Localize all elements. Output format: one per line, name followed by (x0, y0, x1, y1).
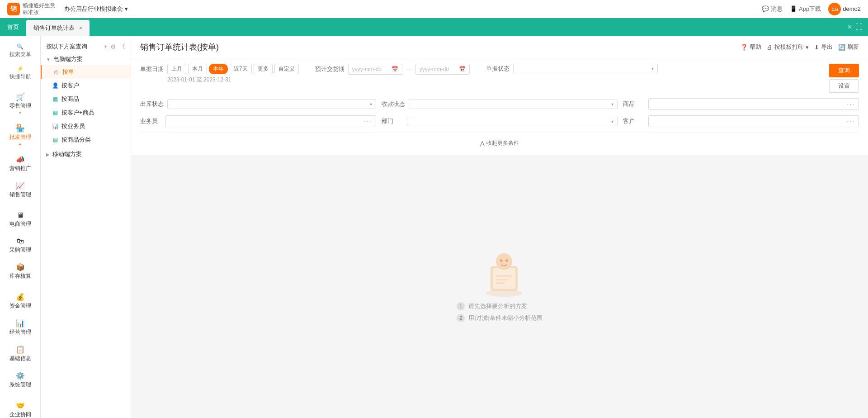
refresh-button[interactable]: 🔄 刷新 (838, 43, 859, 51)
empty-hints: 1 请先选择要分析的方案 2 用[过滤]条件来缩小分析范围 (457, 302, 542, 326)
goods-select[interactable]: ··· (648, 98, 859, 110)
tab-fullscreen-icon[interactable]: ⛶ (855, 23, 863, 31)
salesperson-select[interactable]: ··· (165, 115, 376, 127)
customer-more-icon[interactable]: ··· (847, 118, 855, 125)
template-print-button[interactable]: 🖨 按模板打印 ▾ (767, 43, 809, 51)
sidebar-quicknav-button[interactable]: ⚡ 快捷导航 (0, 62, 40, 84)
panel-item-by-order[interactable]: ◎ 按单 (41, 65, 131, 79)
print-dropdown-icon: ▾ (806, 44, 809, 51)
department-label: 部门 (382, 117, 403, 125)
message-button[interactable]: 💬 消息 (762, 5, 783, 13)
inventory-icon: 📦 (16, 263, 25, 271)
sidebar-search-button[interactable]: 🔍 搜索菜单 (0, 40, 40, 62)
by-order-icon: ◎ (52, 68, 60, 76)
expected-date-end[interactable]: yyyy-mm-dd 📅 (415, 64, 470, 75)
goods-more-icon[interactable]: ··· (847, 100, 855, 108)
sidebar-item-collab[interactable]: 🤝 企业协同 (0, 397, 40, 418)
sidebar-item-purchase[interactable]: 🛍 采购管理 (0, 233, 40, 258)
expected-date-start[interactable]: yyyy-mm-dd 📅 (348, 64, 402, 75)
department-arrow-icon: ▾ (611, 119, 613, 124)
filter-area: 单据日期 上月 本月 本年 近7天 更多 自定义 2023-01-01 至 20… (131, 58, 868, 155)
sidebar-item-inventory[interactable]: 📦 库存核算 (0, 258, 40, 285)
out-status-select[interactable]: ▾ (167, 100, 376, 109)
section-pc-label: 电脑端方案 (53, 55, 83, 63)
panel-collapse-button[interactable]: 《 (119, 43, 125, 51)
sidebar-item-system[interactable]: ⚙️ 系统管理 (0, 367, 40, 393)
refresh-icon: 🔄 (838, 44, 845, 51)
sidebar-item-basic[interactable]: 📋 基础信息 (0, 341, 40, 367)
salesperson-label: 业务员 (140, 117, 162, 125)
tab-sales-order-stat[interactable]: 销售订单统计表 × (26, 20, 90, 36)
help-button[interactable]: ❓ 帮助 (741, 43, 761, 51)
by-category-icon: ▤ (52, 136, 59, 143)
calendar-start-icon: 📅 (392, 66, 398, 72)
sidebar-item-retail[interactable]: 🛒 零售管理 (0, 88, 40, 119)
svg-rect-8 (496, 282, 505, 284)
sidebar-item-sales[interactable]: 📈 销售管理 (0, 177, 40, 203)
home-tab-label: 首页 (7, 23, 19, 31)
shortcut-this-month[interactable]: 本月 (188, 64, 207, 74)
nav-icon: ⚡ (17, 66, 24, 72)
shortcut-last-7-days[interactable]: 近7天 (230, 64, 252, 74)
goods-item: 商品 ··· (623, 98, 859, 110)
expected-date-label: 预计交货期 (315, 65, 344, 73)
panel-item-by-customer-goods[interactable]: ▦ 按客户+商品 (41, 106, 131, 119)
panel-settings-icon[interactable]: ⚙ (110, 43, 116, 50)
shortcut-this-year[interactable]: 本年 (209, 64, 228, 74)
hint-num-1: 1 (457, 302, 465, 310)
shortcut-last-month[interactable]: 上月 (167, 64, 186, 74)
content-area: 销售订单统计表(按单) ❓ 帮助 🖨 按模板打印 ▾ ⬇ 导出 🔄 刷新 (131, 36, 868, 418)
panel-section-pc-header[interactable]: ▼ 电脑端方案 (41, 53, 131, 65)
out-status-item: 出库状态 ▾ (140, 100, 376, 109)
logo-area: 销 畅捷通好生意 标准版 (7, 2, 55, 15)
sidebar-top: 🔍 搜索菜单 ⚡ 快捷导航 (0, 36, 40, 88)
tab-close-all-icon[interactable]: × (848, 23, 852, 31)
export-icon: ⬇ (814, 44, 819, 51)
download-icon: 📱 (790, 5, 797, 12)
sidebar-item-marketing[interactable]: 📣 营销推广 (0, 151, 40, 177)
mobile-section-arrow-icon: ▶ (46, 152, 50, 157)
tab-close-icon[interactable]: × (79, 25, 82, 31)
collapse-more-button[interactable]: ⋀ 收起更多条件 (471, 137, 528, 150)
salesperson-more-icon[interactable]: ··· (364, 118, 372, 125)
panel-item-by-goods[interactable]: ▦ 按商品 (41, 92, 131, 106)
svg-point-5 (506, 259, 508, 261)
shortcut-custom[interactable]: 自定义 (274, 64, 299, 74)
section-expand-icon: ▼ (46, 57, 51, 62)
section-mobile-label: 移动端方案 (52, 150, 82, 158)
logo-icon: 销 (7, 3, 20, 15)
query-button[interactable]: 查询 (829, 64, 859, 77)
customer-select[interactable]: ··· (648, 115, 859, 127)
export-button[interactable]: ⬇ 导出 (814, 43, 833, 51)
date-start-placeholder: yyyy-mm-dd (352, 66, 382, 72)
panel-section-mobile-header[interactable]: ▶ 移动端方案 (41, 148, 131, 160)
panel-item-by-salesperson[interactable]: 📊 按业务员 (41, 119, 131, 133)
breadcrumb-arrow-icon: ▾ (125, 5, 128, 12)
date-separator: — (406, 66, 412, 73)
payment-status-select[interactable]: ▾ (409, 100, 618, 109)
status-select[interactable]: ▾ (513, 64, 658, 73)
purchase-icon: 🛍 (17, 237, 24, 245)
panel-header-actions: + ⚙ 《 (104, 43, 125, 51)
app-download-button[interactable]: 📱 App下载 (790, 5, 821, 13)
panel-section-mobile: ▶ 移动端方案 (41, 148, 131, 160)
date-label: 单据日期 (140, 65, 164, 73)
tab-bar-right: × ⛶ (848, 18, 868, 36)
tab-home[interactable]: 首页 (0, 18, 26, 36)
department-select[interactable]: ▾ (407, 117, 618, 126)
empty-hint-2: 2 用[过滤]条件来缩小分析范围 (457, 314, 542, 322)
sidebar-item-operation[interactable]: 📊 经营管理 (0, 314, 40, 341)
panel-item-by-customer[interactable]: 👤 按客户 (41, 79, 131, 92)
panel-item-by-category[interactable]: ▤ 按商品分类 (41, 133, 131, 147)
message-icon: 💬 (762, 5, 769, 12)
setting-button[interactable]: 设置 (829, 79, 859, 93)
shortcut-more[interactable]: 更多 (254, 64, 273, 74)
sidebar-item-finance[interactable]: 💰 资金管理 (0, 288, 40, 314)
panel-title: 按以下方案查询 (46, 43, 87, 51)
panel-add-button[interactable]: + (104, 43, 108, 50)
sidebar-item-ecommerce[interactable]: 🖥 电商管理 (0, 207, 40, 233)
search-icon: 🔍 (17, 43, 24, 50)
user-area[interactable]: Ea demo2 (828, 3, 861, 15)
status-arrow-icon: ▾ (651, 66, 654, 71)
sidebar-item-wholesale[interactable]: 🏪 批发管理 (0, 119, 40, 151)
